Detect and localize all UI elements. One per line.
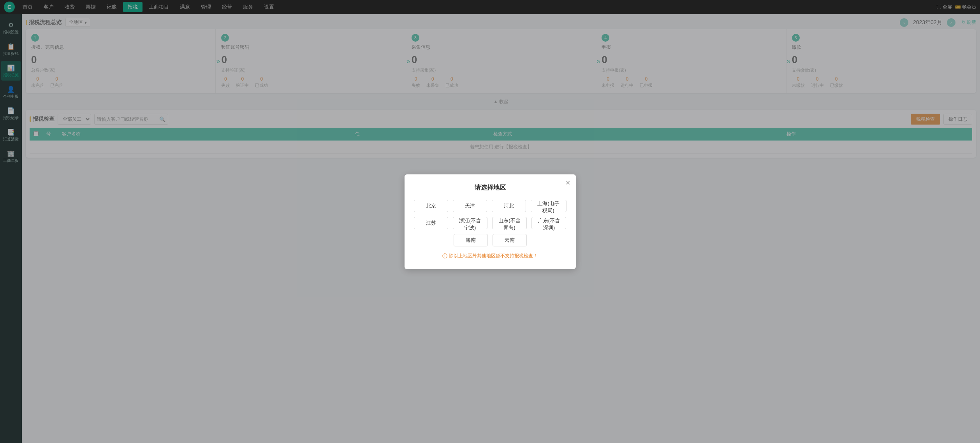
modal-close-button[interactable]: ✕ (565, 179, 570, 186)
modal-title: 请选择地区 (414, 184, 567, 192)
region-grid: 北京 天津 河北 上海(电子税局) 江苏 浙江(不含宁波) 山东(不含青岛) 广… (414, 200, 567, 246)
modal-overlay: ✕ 请选择地区 北京 天津 河北 上海(电子税局) 江苏 浙江(不含宁波) 山东… (22, 14, 980, 443)
region-btn-tianjin[interactable]: 天津 (453, 200, 487, 212)
region-btn-yunnan[interactable]: 云南 (493, 234, 527, 246)
main-content: 报税流程总览 全地区 ▾ ‹ 2023年02月 › ↻ 刷新 1 授权、完 (22, 14, 980, 443)
region-notice: ⓘ 除以上地区外其他地区暂不支持报税检查！ (414, 253, 567, 260)
region-row-1: 北京 天津 河北 上海(电子税局) (414, 200, 567, 212)
region-btn-guangdong[interactable]: 广东(不含深圳) (531, 217, 566, 229)
region-row-2: 江苏 浙江(不含宁波) 山东(不含青岛) 广东(不含深圳) (414, 217, 567, 229)
notice-text: 除以上地区外其他地区暂不支持报税检查！ (449, 253, 538, 259)
region-btn-hainan[interactable]: 海南 (454, 234, 488, 246)
region-btn-jiangsu[interactable]: 江苏 (414, 217, 448, 229)
notice-icon: ⓘ (442, 253, 447, 260)
region-row-3: 海南 云南 (414, 234, 567, 246)
main-layout: ⚙ 报税设置 📋 批量报税 📊 报税总览 👤 个税申报 📄 报税记录 📑 汇算清… (0, 14, 980, 443)
region-btn-hebei[interactable]: 河北 (492, 200, 526, 212)
region-btn-shanghai[interactable]: 上海(电子税局) (531, 200, 567, 212)
region-select-modal: ✕ 请选择地区 北京 天津 河北 上海(电子税局) 江苏 浙江(不含宁波) 山东… (405, 174, 576, 269)
region-btn-zhejiang[interactable]: 浙江(不含宁波) (453, 217, 487, 229)
region-btn-shandong[interactable]: 山东(不含青岛) (492, 217, 527, 229)
region-btn-beijing[interactable]: 北京 (414, 200, 448, 212)
